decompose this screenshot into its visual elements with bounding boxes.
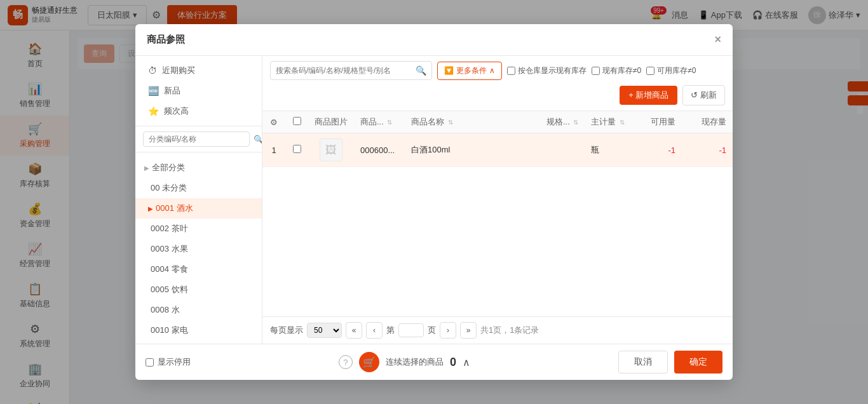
category-tree: ▶ 全部分类 00 未分类 ▶ 0001 酒水 [135, 152, 262, 344]
row-name: 白酒100ml [405, 133, 540, 167]
selected-label: 连续选择的商品 [386, 356, 444, 368]
modal-left-panel: ⏱ 近期购买 🆕 新品 ⭐ 频次高 [135, 56, 262, 344]
first-page-btn[interactable]: « [346, 322, 362, 339]
cat-0003[interactable]: 0003 水果 [135, 239, 262, 259]
col-settings-header[interactable]: ⚙ [262, 111, 285, 133]
cart-btn[interactable]: 🛒 [359, 352, 379, 372]
modal: 商品参照 × ⏱ 近期购买 🆕 新 [135, 30, 733, 380]
cancel-btn[interactable]: 取消 [618, 351, 668, 374]
quick-recent[interactable]: ⏱ 近期购买 [143, 61, 254, 80]
category-search-input[interactable] [143, 131, 250, 147]
cat-0008[interactable]: 0008 水 [135, 300, 262, 320]
product-search-input[interactable] [271, 64, 410, 77]
select-all-checkbox[interactable] [293, 117, 301, 125]
collapse-up-btn[interactable]: ∧ [463, 356, 470, 368]
modal-header: 商品参照 × [135, 30, 733, 56]
row-checkbox[interactable] [293, 145, 301, 153]
table-row[interactable]: 1 🖼 000600... [262, 133, 733, 167]
help-icon[interactable]: ? [339, 355, 353, 369]
pagination: 每页显示 50 10 20 100 « ‹ 第 1 页 [262, 316, 733, 344]
row-code: 000600... [354, 133, 405, 167]
footer-left: 显示停用 [146, 356, 191, 368]
check-existing-group: 现有库存≠0 [592, 65, 641, 76]
modal-right-panel: 🔍 🔽 更多条件 ∧ 按仓库显示现有库存 [262, 56, 733, 344]
layout: 🏠 首页 📊 销售管理 🛒 采购管理 📦 库存核算 💰 资金管理 📈 经营管理 … [0, 30, 868, 404]
cat-active-arrow-icon: ▶ [148, 205, 153, 212]
check-warehouse-group: 按仓库显示现有库存 [507, 65, 587, 76]
cat-0004[interactable]: 0004 零食 [135, 259, 262, 279]
cat-all[interactable]: ▶ 全部分类 [135, 158, 262, 178]
modal-body: ⏱ 近期购买 🆕 新品 ⭐ 频次高 [135, 56, 733, 344]
collapse-area: 🔍 ▶ 全部分类 00 未分类 [135, 126, 262, 344]
col-stock-header: 现存量 [682, 111, 733, 133]
show-disabled-checkbox[interactable] [146, 358, 154, 367]
category-search: 🔍 [135, 126, 262, 152]
cat-0010[interactable]: 0010 家电 [135, 320, 262, 340]
add-product-btn[interactable]: + 新增商品 [620, 86, 677, 105]
cat-0002[interactable]: 0002 茶叶 [135, 219, 262, 239]
col-check-header [285, 111, 308, 133]
modal-overlay: 商品参照 × ⏱ 近期购买 🆕 新 [70, 30, 868, 404]
table-header-row: ⚙ 商品图片 [262, 111, 733, 133]
cart-icon: 🛒 [363, 356, 376, 368]
cat-0001[interactable]: ▶ 0001 酒水 [135, 198, 262, 219]
modal-toolbar: 🔍 🔽 更多条件 ∧ 按仓库显示现有库存 [262, 56, 733, 111]
page-size-select[interactable]: 50 10 20 100 [307, 323, 342, 338]
cat-00[interactable]: 00 未分类 [135, 178, 262, 198]
filter-icon: 🔽 [444, 66, 454, 75]
page-number-input[interactable]: 1 [398, 323, 424, 337]
col-code-header[interactable]: 商品... ⇅ [354, 111, 405, 133]
clock-icon: ⏱ [148, 65, 157, 76]
row-avail: -1 [631, 133, 682, 167]
row-check[interactable] [285, 133, 308, 167]
confirm-btn[interactable]: 确定 [674, 351, 722, 374]
row-num: 1 [262, 133, 285, 167]
show-disabled-check[interactable]: 显示停用 [146, 356, 191, 368]
check-available[interactable] [646, 67, 654, 75]
modal-title: 商品参照 [147, 34, 185, 46]
quick-frequent[interactable]: ⭐ 频次高 [143, 102, 254, 121]
row-img: 🖼 [308, 133, 354, 167]
cat-arrow-icon: ▶ [144, 165, 149, 172]
cat-0005[interactable]: 0005 饮料 [135, 279, 262, 300]
new-icon: 🆕 [148, 86, 159, 96]
page-prefix: 第 [386, 325, 395, 336]
last-page-btn[interactable]: » [460, 322, 477, 339]
total-info: 共1页，1条记录 [480, 325, 539, 336]
sort-name-icon: ⇅ [448, 119, 453, 126]
filter-more-btn[interactable]: 🔽 更多条件 ∧ [437, 62, 502, 80]
sort-unit-icon: ⇅ [620, 119, 625, 126]
check-available-group: 可用库存≠0 [646, 65, 696, 76]
product-search-btn[interactable]: 🔍 [410, 63, 431, 78]
product-table: ⚙ 商品图片 [262, 111, 733, 316]
product-search-box: 🔍 [270, 61, 432, 80]
page-word: 页 [428, 325, 436, 336]
footer-right: 取消 确定 [618, 351, 722, 374]
col-spec-header[interactable]: 规格... ⇅ [540, 111, 585, 133]
product-image: 🖼 [320, 138, 342, 161]
quick-access: ⏱ 近期购买 🆕 新品 ⭐ 频次高 [135, 56, 262, 126]
check-existing[interactable] [592, 67, 600, 75]
category-search-icon[interactable]: 🔍 [254, 135, 262, 144]
prev-page-btn[interactable]: ‹ [366, 322, 383, 339]
modal-close-btn[interactable]: × [714, 33, 721, 46]
filter-arrow-icon: ∧ [489, 66, 495, 75]
col-name-header[interactable]: 商品名称 ⇅ [405, 111, 540, 133]
col-unit-header[interactable]: 主计量 ⇅ [585, 111, 631, 133]
row-stock: -1 [682, 133, 733, 167]
star-icon: ⭐ [148, 106, 159, 116]
next-page-btn[interactable]: › [440, 322, 456, 339]
row-unit: 瓶 [585, 133, 631, 167]
check-warehouse[interactable] [507, 67, 515, 75]
col-avail-header: 可用量 [631, 111, 682, 133]
refresh-btn[interactable]: ↺ 刷新 [682, 85, 725, 105]
col-img-header: 商品图片 [308, 111, 354, 133]
sort-code-icon: ⇅ [387, 119, 392, 126]
footer-center: ? 🛒 连续选择的商品 0 ∧ [198, 352, 611, 372]
quick-new[interactable]: 🆕 新品 [143, 81, 254, 100]
settings-icon: ⚙ [270, 118, 278, 127]
page-size-label: 每页显示 [270, 325, 303, 336]
modal-footer: 显示停用 ? 🛒 连续选择的商品 0 ∧ [135, 344, 733, 380]
main-area: 查询 设置 查询 设置 商品参照 × [70, 30, 868, 404]
row-spec [540, 133, 585, 167]
